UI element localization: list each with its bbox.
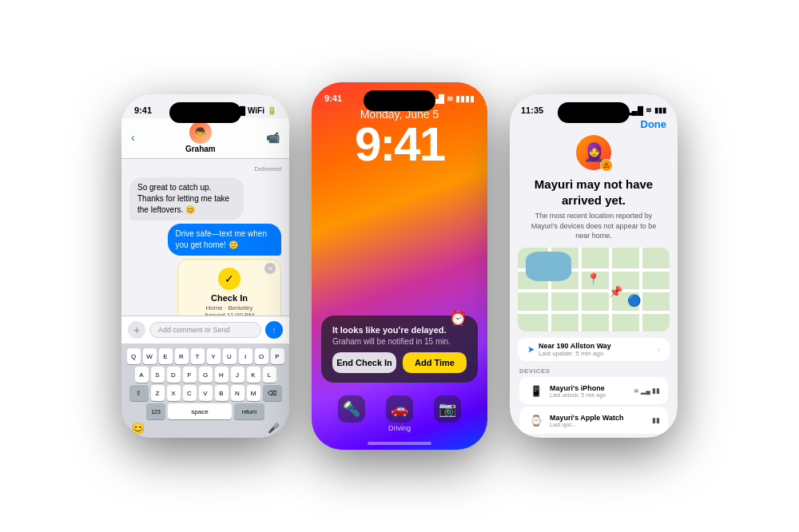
iphone-device-icon: 📱	[527, 382, 545, 399]
device-watch-left: ⌚ Mayuri's Apple Watch Last upd...	[527, 411, 624, 429]
devices-label: DEVICES	[519, 367, 668, 375]
key-r[interactable]: R	[175, 348, 189, 364]
contact-avatar-findmy: 🧕 ⚠	[576, 135, 611, 170]
findmy-screen: 11:35 ▂▄█ ≋ ▮▮▮ Done 🧕 ⚠ Mayuri may not …	[510, 94, 678, 438]
lock-wifi-icon: ≋	[447, 94, 453, 103]
car-icon: 🚗	[391, 400, 408, 418]
key-w[interactable]: W	[143, 348, 157, 364]
messages-header: ‹ 👦 Graham 📹	[121, 118, 289, 159]
map-background: 📍 📌 🔵	[518, 248, 670, 332]
phone-2-lockscreen: 9:41 ▂▄█ ≋ ▮▮▮▮ Monday, June 5 9:41 ⏰ It…	[312, 82, 487, 450]
key-u[interactable]: U	[223, 348, 237, 364]
key-k[interactable]: K	[247, 367, 260, 383]
messages-body: Delivered So great to catch up. Thanks f…	[121, 159, 289, 316]
keyboard: Q W E R T Y U I O P A S D F G H	[121, 343, 289, 438]
back-button[interactable]: ‹	[131, 131, 135, 144]
end-checkin-button[interactable]: End Check In	[332, 352, 396, 373]
keyboard-row-2: A S D F G H J K L	[125, 367, 286, 383]
camera-dock-icon[interactable]: 📷	[434, 395, 461, 423]
keyboard-row-1: Q W E R T Y U I O P	[125, 348, 286, 364]
driving-dock-icon[interactable]: 🚗	[386, 395, 413, 423]
findmy-status-icons: ▂▄█ ≋ ▮▮▮	[626, 106, 666, 115]
key-shift[interactable]: ⇧	[129, 385, 149, 401]
map-pin-3: 🔵	[627, 294, 641, 307]
findmy-status-time: 11:35	[521, 105, 543, 115]
warning-badge: ⚠	[600, 159, 613, 172]
delivered-label: Delivered	[129, 165, 281, 173]
location-map: 📍 📌 🔵	[518, 248, 670, 332]
devices-section: DEVICES 📱 Mayuri's iPhone Last unlock: 5…	[510, 364, 678, 438]
notif-emoji: ⏰	[449, 309, 467, 327]
key-g[interactable]: G	[199, 367, 213, 383]
key-p[interactable]: P	[271, 348, 284, 364]
add-attachment-button[interactable]: +	[128, 321, 145, 339]
device-iphone-left: 📱 Mayuri's iPhone Last unlock: 5 min ago	[527, 382, 606, 399]
battery-icon-1: 🔋	[267, 106, 276, 115]
key-o[interactable]: O	[255, 348, 268, 364]
flashlight-icon: 🔦	[343, 400, 360, 418]
done-button[interactable]: Done	[641, 118, 667, 130]
emoji-key[interactable]: 😊	[131, 422, 145, 435]
notif-subtitle: Graham will be notified in 15 min.	[332, 337, 467, 346]
location-info: ➤ Near 190 Allston Way Last update: 5 mi…	[527, 342, 611, 357]
notif-title: It looks like you're delayed.	[332, 325, 467, 335]
checkin-notification: ⏰ It looks like you're delayed. Graham w…	[321, 316, 478, 383]
lockscreen: 9:41 ▂▄█ ≋ ▮▮▮▮ Monday, June 5 9:41 ⏰ It…	[312, 82, 487, 450]
key-numbers[interactable]: 123	[146, 403, 165, 419]
watch-status-icons: ▮▮	[652, 416, 660, 424]
iphone-signal-icon: ▂▄	[641, 387, 650, 395]
key-n[interactable]: N	[231, 385, 244, 401]
key-m[interactable]: M	[247, 385, 260, 401]
key-x[interactable]: X	[167, 385, 181, 401]
lock-battery-icon: ▮▮▮▮	[455, 94, 475, 103]
incoming-bubble-1: So great to catch up. Thanks for letting…	[129, 177, 244, 220]
avatar-emoji: 🧕	[583, 142, 605, 163]
checkin-close-button[interactable]: ✕	[264, 263, 276, 274]
iphone-device-time: Last unlock: 5 min ago	[550, 392, 606, 398]
key-c[interactable]: C	[183, 385, 197, 401]
flashlight-dock-icon[interactable]: 🔦	[338, 395, 365, 423]
key-l[interactable]: L	[263, 367, 276, 383]
location-row[interactable]: ➤ Near 190 Allston Way Last update: 5 mi…	[518, 338, 670, 361]
key-j[interactable]: J	[231, 367, 244, 383]
key-delete[interactable]: ⌫	[263, 385, 282, 401]
keyboard-row-3: ⇧ Z X C V B N M ⌫	[125, 385, 286, 401]
keyboard-bottom: 😊 🎤	[125, 422, 286, 435]
key-q[interactable]: Q	[127, 348, 141, 364]
add-time-button[interactable]: Add Time	[403, 352, 467, 373]
camera-icon: 📷	[439, 400, 456, 418]
contact-info: 👦 Graham	[185, 121, 216, 153]
iphone-device-name: Mayuri's iPhone	[550, 384, 606, 392]
key-v[interactable]: V	[199, 385, 213, 401]
key-i[interactable]: I	[239, 348, 252, 364]
video-call-icon[interactable]: 📹	[266, 131, 280, 144]
location-address: Near 190 Allston Way	[539, 342, 611, 350]
location-details: Near 190 Allston Way Last update: 5 min …	[539, 342, 611, 357]
key-b[interactable]: B	[215, 385, 229, 401]
key-f[interactable]: F	[183, 367, 197, 383]
key-d[interactable]: D	[167, 367, 181, 383]
key-return[interactable]: return	[234, 403, 264, 419]
findmy-wifi-icon: ≋	[646, 106, 652, 114]
watch-device-info: Mayuri's Apple Watch Last upd...	[550, 414, 624, 427]
key-t[interactable]: T	[191, 348, 205, 364]
wifi-icon-1: WiFi	[248, 106, 264, 115]
phone-3-findmy: 11:35 ▂▄█ ≋ ▮▮▮ Done 🧕 ⚠ Mayuri may not …	[510, 94, 678, 438]
watch-device-icon: ⌚	[527, 411, 545, 429]
key-a[interactable]: A	[135, 367, 149, 383]
key-s[interactable]: S	[151, 367, 165, 383]
message-input[interactable]: Add comment or Send	[149, 322, 261, 338]
alert-subtitle: The most recent location reported by May…	[510, 208, 678, 244]
map-pin-1: 📍	[586, 272, 600, 285]
key-h[interactable]: H	[215, 367, 229, 383]
key-e[interactable]: E	[159, 348, 173, 364]
mic-key[interactable]: 🎤	[268, 423, 280, 434]
send-button[interactable]: ↑	[265, 321, 283, 339]
lock-dock: 🔦 🚗 Driving 📷	[312, 389, 487, 442]
notif-action-buttons: End Check In Add Time	[332, 352, 467, 373]
status-time-1: 9:41	[134, 105, 152, 115]
contact-name: Graham	[185, 145, 216, 153]
key-z[interactable]: Z	[151, 385, 165, 401]
key-space[interactable]: space	[168, 403, 232, 419]
key-y[interactable]: Y	[207, 348, 221, 364]
